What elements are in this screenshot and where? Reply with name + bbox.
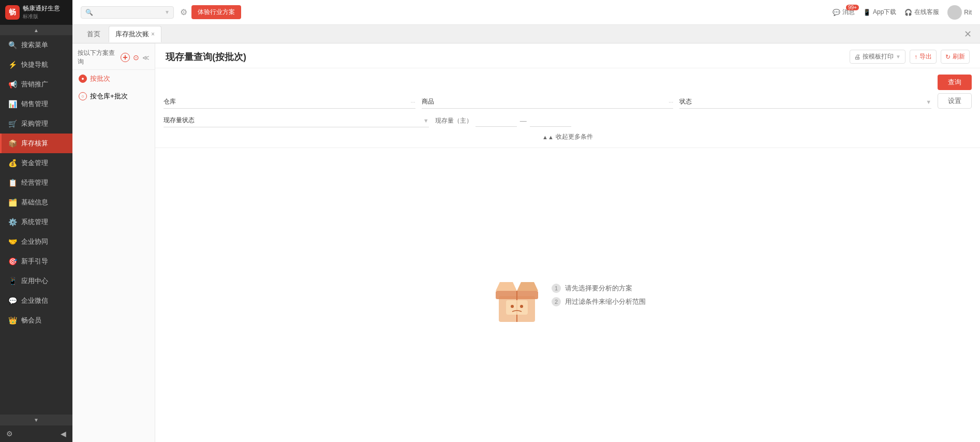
stock-qty-min-input[interactable]: [476, 115, 517, 127]
user-menu[interactable]: Rit: [947, 5, 972, 20]
empty-state: 1 请先选择要分析的方案 2 用过滤条件来缩小分析范围: [155, 148, 980, 442]
online-service-btn[interactable]: 🎧 在线客服: [904, 8, 939, 17]
phone-icon: 📱: [863, 9, 871, 16]
sidebar-item-system[interactable]: ⚙️ 系统管理: [0, 212, 72, 232]
goods-select[interactable]: 商品 ···: [422, 95, 674, 109]
warehouse-field: 仓库 ···: [164, 95, 415, 109]
scheme-collapse-btn[interactable]: ≪: [142, 54, 150, 62]
scheme-item-warehouse-batch[interactable]: ○ 按仓库+批次: [72, 87, 155, 105]
status-chevron-icon[interactable]: ▼: [926, 99, 931, 105]
goods-label: 商品: [422, 97, 669, 106]
tab-inventory-batch[interactable]: 库存批次账 ×: [109, 26, 161, 42]
wechat-icon: 💬: [8, 296, 17, 305]
empty-illustration: [489, 269, 541, 321]
collapse-icon: ▲▲: [542, 134, 554, 140]
stock-qty-max-input[interactable]: [530, 115, 571, 127]
sidebar-item-operations[interactable]: 📋 经营管理: [0, 173, 72, 193]
scheme-header-label: 按以下方案查询: [78, 49, 121, 66]
scheme-settings-btn[interactable]: ⊙: [133, 53, 139, 62]
stock-status-chevron[interactable]: ▼: [423, 117, 429, 124]
svg-marker-4: [517, 282, 538, 291]
export-btn[interactable]: ↑ 导出: [910, 50, 937, 64]
sales-icon: 📊: [8, 99, 17, 109]
warehouse-label: 仓库: [164, 97, 411, 106]
collapse-filters-btn[interactable]: ▲▲ 收起更多条件: [164, 130, 972, 141]
svg-marker-3: [496, 282, 517, 291]
newcomer-icon: 🎯: [8, 257, 17, 266]
sidebar-item-quick-nav[interactable]: ⚡ 快捷导航: [0, 55, 72, 75]
topbar-search-icon: 🔍: [85, 9, 93, 16]
content-area: 按以下方案查询 + ⊙ ≪ ● 按批次 ○ 按仓库+批次: [72, 43, 980, 442]
industry-btn[interactable]: 体验行业方案: [191, 5, 241, 19]
scheme-panel: 按以下方案查询 + ⊙ ≪ ● 按批次 ○ 按仓库+批次: [72, 43, 155, 442]
tab-home[interactable]: 首页: [81, 26, 107, 42]
scheme-header: 按以下方案查询 + ⊙ ≪: [72, 43, 155, 70]
filter-section: 仓库 ··· 商品 ··· 状态 ▼: [155, 68, 980, 148]
app-info: 畅康通好生意 标准版: [23, 5, 60, 20]
inventory-icon: 📦: [8, 139, 17, 148]
svg-rect-5: [506, 300, 528, 315]
sidebar-scroll-up[interactable]: ▲: [0, 25, 72, 35]
scheme-batch-icon: ●: [79, 75, 87, 83]
step-1-text: 请先选择要分析的方案: [565, 284, 632, 293]
close-panel-btn[interactable]: ✕: [964, 28, 972, 40]
finance-icon: 💰: [8, 158, 17, 168]
sidebar-item-search[interactable]: 🔍 搜索菜单: [0, 35, 72, 55]
sidebar-item-wechat[interactable]: 💬 企业微信: [0, 291, 72, 311]
sidebar-item-inventory[interactable]: 📦 库存核算: [0, 134, 72, 153]
status-field: 状态 ▼: [679, 95, 931, 109]
stock-status-select[interactable]: 现存量状态 ▼: [164, 114, 429, 127]
main-content: 🔍 ▼ ⚙ 体验行业方案 💬 消息 99+ 📱 App下载 🎧 在线客服 Rit: [72, 0, 980, 442]
sidebar-header: 畅 畅康通好生意 标准版: [0, 0, 72, 25]
goods-more-icon[interactable]: ···: [669, 99, 673, 105]
sidebar-item-enterprise[interactable]: 🤝 企业协同: [0, 232, 72, 252]
app-logo: 畅: [5, 5, 20, 20]
warehouse-select[interactable]: 仓库 ···: [164, 95, 415, 109]
step-2-num: 2: [552, 297, 561, 306]
status-select[interactable]: 状态 ▼: [679, 95, 931, 109]
empty-svg-illustration: [489, 269, 546, 326]
svg-point-6: [511, 305, 514, 308]
sidebar-item-marketing[interactable]: 📢 营销推广: [0, 75, 72, 94]
refresh-btn[interactable]: ↻ 刷新: [941, 50, 970, 64]
collapse-sidebar-icon[interactable]: ◀: [61, 430, 66, 438]
headset-icon: 🎧: [904, 9, 912, 16]
topbar-dropdown-icon[interactable]: ▼: [165, 9, 170, 15]
scheme-item-batch[interactable]: ● 按批次: [72, 70, 155, 87]
topbar-right: 💬 消息 99+ 📱 App下载 🎧 在线客服 Rit: [833, 5, 972, 20]
message-icon: 💬: [833, 9, 840, 16]
sidebar-item-finance[interactable]: 💰 资金管理: [0, 153, 72, 173]
sidebar-item-basics[interactable]: 🗂️ 基础信息: [0, 193, 72, 212]
purchase-icon: 🛒: [8, 119, 17, 128]
print-btn[interactable]: 🖨 按模板打印 ▼: [850, 50, 905, 64]
sidebar-item-member[interactable]: 👑 畅会员: [0, 311, 72, 330]
filter-settings-btn[interactable]: 设置: [938, 93, 972, 109]
settings-icon[interactable]: ⚙: [6, 430, 13, 438]
query-btn[interactable]: 查询: [938, 75, 972, 90]
stock-qty-label: 现存量（主）: [435, 116, 472, 125]
print-dropdown-icon[interactable]: ▼: [896, 54, 901, 60]
topbar-search-box[interactable]: 🔍 ▼: [81, 6, 174, 19]
empty-steps: 1 请先选择要分析的方案 2 用过滤条件来缩小分析范围: [552, 284, 646, 306]
svg-point-7: [520, 305, 523, 308]
stock-qty-field: 现存量（主） —: [435, 115, 701, 127]
tab-close-btn[interactable]: ×: [151, 31, 155, 38]
sidebar: 畅 畅康通好生意 标准版 ▲ 🔍 搜索菜单 ⚡ 快捷导航 📢 营销推广 📊 销售…: [0, 0, 72, 442]
goods-field: 商品 ···: [422, 95, 674, 109]
scheme-warehouse-batch-icon: ○: [79, 92, 87, 100]
topbar-search-input[interactable]: [95, 9, 162, 16]
warehouse-more-icon[interactable]: ···: [411, 99, 415, 105]
sidebar-item-sales[interactable]: 📊 销售管理: [0, 94, 72, 114]
refresh-icon: ↻: [945, 53, 951, 61]
sidebar-item-newcomer[interactable]: 🎯 新手引导: [0, 252, 72, 271]
empty-step-2: 2 用过滤条件来缩小分析范围: [552, 297, 646, 306]
sidebar-item-apps[interactable]: 📱 应用中心: [0, 271, 72, 291]
topbar-settings-icon[interactable]: ⚙: [180, 7, 187, 17]
search-icon: 🔍: [8, 40, 17, 50]
sidebar-scroll-down[interactable]: ▼: [0, 415, 72, 425]
page-actions: 🖨 按模板打印 ▼ ↑ 导出 ↻ 刷新: [850, 50, 970, 64]
app-download-btn[interactable]: 📱 App下载: [863, 8, 896, 17]
messages-btn[interactable]: 💬 消息 99+: [833, 8, 855, 17]
scheme-add-btn[interactable]: +: [121, 53, 130, 62]
sidebar-item-purchase[interactable]: 🛒 采购管理: [0, 114, 72, 134]
